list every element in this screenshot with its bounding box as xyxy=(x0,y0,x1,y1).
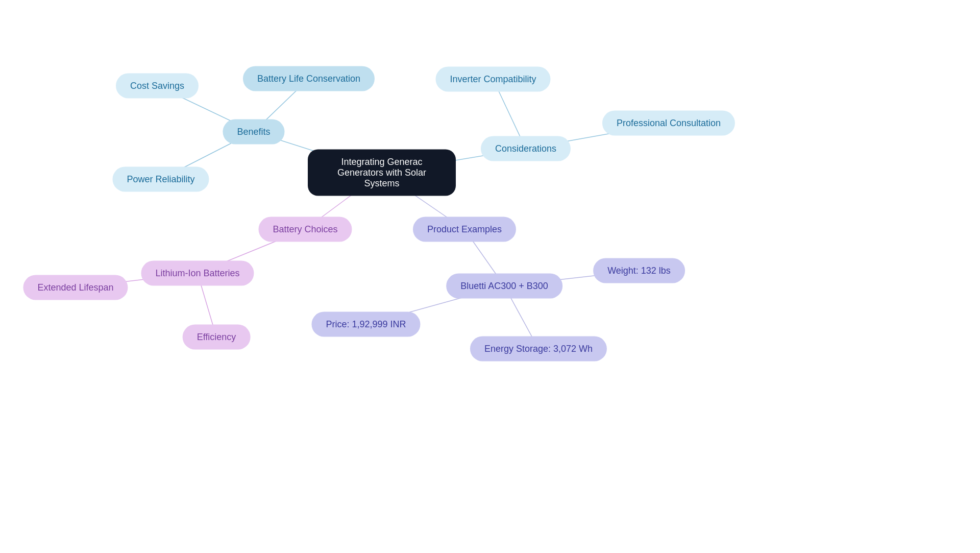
weight-node: Weight: 132 lbs xyxy=(593,258,685,283)
battery-choices-node: Battery Choices xyxy=(258,217,352,242)
bluetti-node: Bluetti AC300 + B300 xyxy=(446,274,562,299)
professional-consultation-node: Professional Consultation xyxy=(602,111,735,136)
considerations-node: Considerations xyxy=(481,136,571,161)
battery-life-conservation-node: Battery Life Conservation xyxy=(243,66,375,91)
benefits-node: Benefits xyxy=(223,119,284,145)
energy-storage-node: Energy Storage: 3,072 Wh xyxy=(470,336,607,362)
cost-savings-node: Cost Savings xyxy=(116,74,199,99)
power-reliability-node: Power Reliability xyxy=(112,167,209,192)
lithium-ion-batteries-node: Lithium-Ion Batteries xyxy=(141,261,254,286)
inverter-compatibility-node: Inverter Compatibility xyxy=(435,67,550,92)
product-examples-node: Product Examples xyxy=(413,217,516,242)
efficiency-node: Efficiency xyxy=(183,325,251,350)
extended-lifespan-node: Extended Lifespan xyxy=(23,275,128,300)
price-node: Price: 1,92,999 INR xyxy=(311,312,420,337)
center-node: Integrating Generac Generators with Sola… xyxy=(308,150,456,196)
